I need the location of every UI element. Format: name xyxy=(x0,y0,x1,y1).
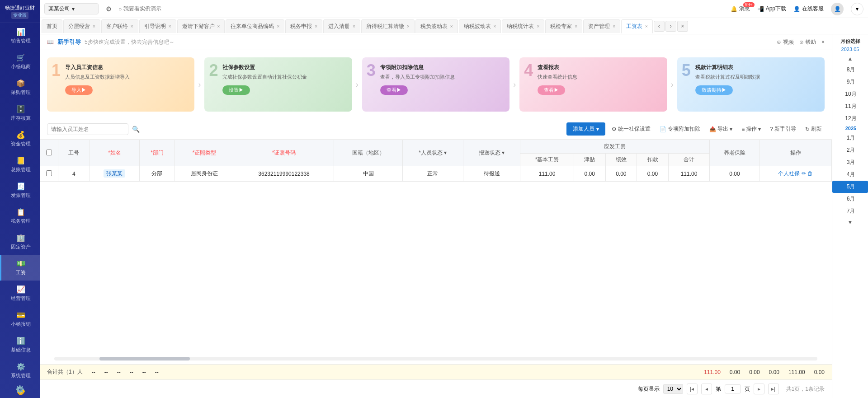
tab-tax-expert-close[interactable]: × xyxy=(575,24,577,29)
sidebar-item-assets[interactable]: 🏢 固定资产 xyxy=(0,229,40,255)
page-size-select[interactable]: 10 20 50 xyxy=(663,384,683,394)
tab-salary-close[interactable]: × xyxy=(645,24,648,29)
step-4-btn[interactable]: 查看▶ xyxy=(538,85,565,95)
user-more-btn[interactable]: ▾ xyxy=(851,3,863,15)
month-down-btn[interactable]: ▼ xyxy=(844,217,857,227)
sidebar-item-sales[interactable]: 📊 销售管理 xyxy=(0,23,40,49)
export-btn[interactable]: 📤 导出 ▾ xyxy=(707,123,735,135)
month-item-9[interactable]: 9月 xyxy=(832,76,868,88)
sidebar-item-expense[interactable]: 💳 小畅报销 xyxy=(0,306,40,332)
online-service-button[interactable]: 👤 在线客服 xyxy=(793,5,824,13)
op-edit-icon[interactable]: ✏ xyxy=(802,170,806,177)
tab-nav-prev[interactable]: ‹ xyxy=(654,21,665,32)
month-item-6[interactable]: 6月 xyxy=(832,193,868,205)
tab-customer[interactable]: 客户联络 × xyxy=(101,19,138,33)
sidebar-item-purchase[interactable]: 📦 采购管理 xyxy=(0,75,40,100)
tab-tax-stat-close[interactable]: × xyxy=(537,24,539,29)
month-item-5[interactable]: 5月 xyxy=(832,181,868,193)
month-item-11[interactable]: 11月 xyxy=(832,100,868,112)
sidebar-item-basic[interactable]: ℹ️ 基础信息 xyxy=(0,332,40,358)
month-item-4[interactable]: 4月 xyxy=(832,169,868,181)
month-item-10[interactable]: 10月 xyxy=(832,88,868,100)
header-checkbox[interactable] xyxy=(40,140,58,166)
page-last-btn[interactable]: ▸| xyxy=(768,384,779,394)
tab-tax-declare-close[interactable]: × xyxy=(315,24,317,29)
tab-clearance[interactable]: 进入清册 × xyxy=(323,19,360,33)
tab-product-code-close[interactable]: × xyxy=(277,24,279,29)
sidebar-item-invoice[interactable]: 🧾 发票管理 xyxy=(0,178,40,203)
tab-product-code[interactable]: 往来单位商品编码 × xyxy=(226,19,284,33)
step-5-btn[interactable]: 敬请期待▶ xyxy=(695,85,733,95)
horizontal-scrollbar[interactable] xyxy=(40,353,832,364)
tab-income-tax[interactable]: 所得税汇算清缴 × xyxy=(361,19,415,33)
tab-nav-next[interactable]: › xyxy=(665,21,676,32)
step-3-btn[interactable]: 查看▶ xyxy=(380,85,408,95)
sidebar-settings-btn[interactable]: ⚙️ xyxy=(15,385,24,393)
tab-clearance-close[interactable]: × xyxy=(353,24,355,29)
tab-salary[interactable]: 工资表 × xyxy=(621,19,653,33)
op-delete-icon[interactable]: 🗑 xyxy=(807,170,813,177)
tab-tax-stat[interactable]: 纳税统计表 × xyxy=(502,19,544,33)
tab-guide-info[interactable]: 引导说明 × xyxy=(139,19,176,33)
step-1-btn[interactable]: 导入▶ xyxy=(65,85,93,95)
page-input[interactable] xyxy=(725,384,741,393)
tab-asset-mgmt[interactable]: 资产管理 × xyxy=(583,19,620,33)
sidebar-item-tax[interactable]: 📋 税务管理 xyxy=(0,203,40,229)
message-button[interactable]: 🔔 消息 99+ xyxy=(731,5,750,13)
search-input[interactable] xyxy=(47,123,128,135)
month-item-8[interactable]: 8月 xyxy=(832,64,868,76)
tab-invite[interactable]: 邀请下游客户 × xyxy=(177,19,225,33)
user-avatar[interactable]: 👤 xyxy=(831,3,844,15)
page-first-btn[interactable]: |◂ xyxy=(687,384,698,394)
op-social-security[interactable]: 个人社保 xyxy=(778,170,800,177)
tab-tax-fluctuation[interactable]: 纳税波动表 × xyxy=(459,19,501,33)
sidebar-item-inventory[interactable]: 🗄️ 库存核算 xyxy=(0,100,40,126)
tab-income-tax-close[interactable]: × xyxy=(407,24,410,29)
row-checkbox-cell[interactable] xyxy=(40,166,58,182)
add-person-button[interactable]: 添加人员 ▾ xyxy=(566,122,605,136)
app-download-button[interactable]: 📲 App下载 xyxy=(757,5,786,13)
tab-home[interactable]: 首页 xyxy=(42,19,62,33)
month-up-btn[interactable]: ▲ xyxy=(844,54,857,64)
search-icon-btn[interactable]: 🔍 xyxy=(132,126,140,133)
sidebar-item-ledger[interactable]: 📒 总账管理 xyxy=(0,152,40,178)
report-filter-icon[interactable]: ▾ xyxy=(502,150,505,156)
sidebar-item-fund[interactable]: 💰 资金管理 xyxy=(0,126,40,152)
refresh-btn[interactable]: ↻ 刷新 xyxy=(802,123,825,135)
month-item-3[interactable]: 3月 xyxy=(832,156,868,169)
tab-guide-info-close[interactable]: × xyxy=(169,24,171,29)
row-checkbox[interactable] xyxy=(46,170,52,176)
operation-btn[interactable]: ≡ 操作 ▾ xyxy=(739,123,764,135)
sidebar-item-salary[interactable]: 💵 工资 xyxy=(0,255,40,281)
tab-invite-close[interactable]: × xyxy=(217,24,220,29)
unify-settings-btn[interactable]: ⚙ 统一社保设置 xyxy=(609,123,653,135)
company-selector[interactable]: 某某公司 ▾ xyxy=(44,3,99,14)
guide-close-btn[interactable]: × xyxy=(821,39,825,45)
tab-tiered[interactable]: 分层经营 × xyxy=(63,19,100,33)
month-item-2[interactable]: 2月 xyxy=(832,144,868,156)
select-all-checkbox[interactable] xyxy=(46,150,52,155)
tab-tiered-close[interactable]: × xyxy=(93,24,95,29)
status-filter-icon[interactable]: ▾ xyxy=(444,150,447,156)
sidebar-item-ops[interactable]: 📈 经营管理 xyxy=(0,281,40,306)
tab-close-all[interactable]: × xyxy=(677,21,688,32)
month-item-12[interactable]: 12月 xyxy=(832,112,868,125)
guide-help-btn[interactable]: ⊙ 帮助 xyxy=(799,38,816,46)
month-item-1[interactable]: 1月 xyxy=(832,132,868,144)
tab-tax-burden[interactable]: 税负波动表 × xyxy=(415,19,458,33)
tab-tax-declare[interactable]: 税务申报 × xyxy=(285,19,322,33)
tab-tax-fluctuation-close[interactable]: × xyxy=(494,24,496,29)
tab-tax-expert[interactable]: 税检专家 × xyxy=(545,19,582,33)
page-prev-btn[interactable]: ◂ xyxy=(701,384,712,394)
settings-button[interactable]: ⚙ xyxy=(102,3,115,15)
tab-customer-close[interactable]: × xyxy=(131,24,133,29)
sidebar-item-ecom[interactable]: 🛒 小畅电商 xyxy=(0,49,40,75)
demo-button[interactable]: ○ 我要看实例演示 xyxy=(118,5,161,13)
tab-asset-mgmt-close[interactable]: × xyxy=(613,24,615,29)
month-item-7[interactable]: 7月 xyxy=(832,205,868,217)
new-guide-btn[interactable]: ? 新手引导 xyxy=(767,123,799,135)
special-deduction-btn[interactable]: 📄 专项附加扣除 xyxy=(657,123,703,135)
sidebar-item-system[interactable]: ⚙️ 系统管理 xyxy=(0,358,40,384)
page-next-btn[interactable]: ▸ xyxy=(754,384,764,394)
guide-video-btn[interactable]: ⊙ 视频 xyxy=(777,38,793,46)
